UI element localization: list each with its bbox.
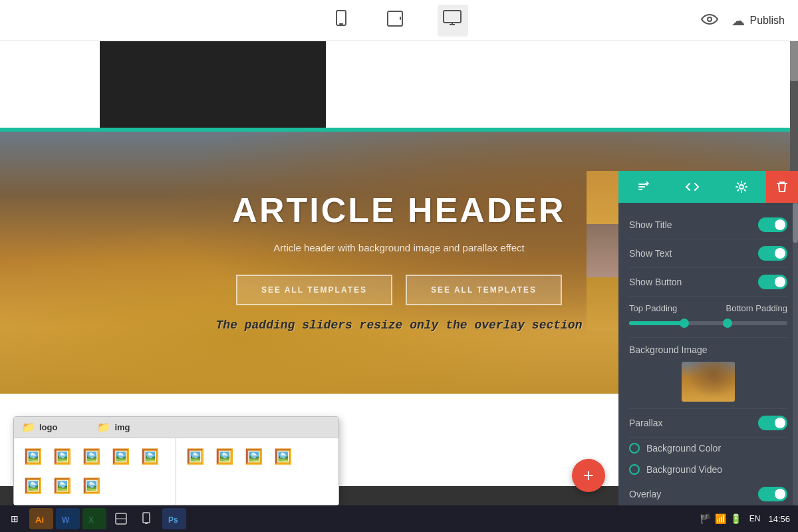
cloud-icon: ☁ [732,13,745,29]
fm-file-1[interactable]: 🖼️ [19,444,46,470]
side-thumbnails [587,171,618,331]
main-area: ARTICLE HEADER Article header with backg… [0,41,798,532]
fm-file-3[interactable]: 🖼️ [78,444,104,470]
svg-rect-3 [400,17,401,20]
template-btn-2[interactable]: SEE ALL TEMPLATES [406,275,562,305]
publish-label: Publish [750,15,785,27]
device-icons [330,5,468,37]
desktop-icon[interactable] [438,5,468,37]
fm-icons-grid-img: 🖼️ 🖼️ 🖼️ 🖼️ [179,441,336,473]
panel-toolbar [618,171,798,203]
taskbar-items: ⊞ Ai W X Ps [3,508,186,529]
delete-button[interactable] [766,171,798,203]
fm-file-8[interactable]: 🖼️ [78,473,104,499]
bg-video-label: Background Video [646,464,722,475]
slider-thumb-right[interactable] [723,319,732,328]
show-button-label: Show Button [629,277,682,287]
svg-rect-0 [336,11,346,25]
bg-thumb-inner [682,362,735,402]
panel-scrollbar[interactable] [793,203,798,522]
top-white-left [0,41,100,128]
sort-button[interactable] [618,171,668,203]
top-bar: ☁ Publish [0,0,798,41]
settings-button[interactable] [717,171,766,203]
bg-color-radio[interactable] [629,443,640,454]
bg-image-thumbnail[interactable] [682,362,735,402]
overlay-row: Overlay [629,480,787,509]
slider-thumb-left[interactable] [680,319,689,328]
overlay-label: Overlay [629,489,661,499]
bg-video-row[interactable]: Background Video [629,459,787,480]
taskbar-right: 🏴 📶 🔋 EN 14:56 [700,513,795,524]
file-manager: 📁 logo 📁 img 🖼️ 🖼️ 🖼️ 🖼️ 🖼️ 🖼️ 🖼️ 🖼️ [13,416,339,505]
show-text-label: Show Text [629,248,672,259]
taskbar-sys-icons: 🏴 📶 🔋 [700,513,741,524]
svg-text:Ai: Ai [35,515,44,525]
folder-icon-logo: 📁 [22,421,35,434]
mobile-small-icon[interactable] [330,5,355,37]
right-panel: Show Title Show Text Show Button Top Pad… [618,171,798,517]
taskbar-lang: EN [749,514,761,523]
fm-img-1[interactable]: 🖼️ [182,444,208,470]
overlay-toggle[interactable] [758,487,787,501]
folder-logo-label: logo [39,422,57,432]
taskbar-word[interactable]: W [56,508,80,529]
tablet-icon[interactable] [382,5,411,37]
scrollbar-thumb [793,203,798,243]
fm-header: 📁 logo 📁 img [14,417,338,438]
bg-image-section: Background Image [629,338,787,409]
parallax-row: Parallax [629,409,787,438]
svg-rect-4 [444,11,461,23]
top-white-right [326,41,798,128]
bg-image-label: Background Image [629,344,787,355]
publish-button[interactable]: ☁ Publish [732,13,785,29]
show-title-toggle[interactable] [758,217,787,232]
svg-text:W: W [62,515,70,525]
taskbar-clock: 14:56 [768,514,790,524]
svg-text:X: X [88,515,94,525]
taskbar-ps[interactable]: Ps [162,508,186,529]
show-text-row: Show Text [629,239,787,268]
taskbar-ai[interactable]: Ai [29,508,53,529]
side-thumb-3[interactable] [587,277,618,331]
template-buttons: SEE ALL TEMPLATES SEE ALL TEMPLATES [236,275,562,305]
bottom-padding-label: Bottom Padding [726,303,787,313]
fm-img-3[interactable]: 🖼️ [240,444,267,470]
taskbar-start[interactable]: ⊞ [3,508,27,529]
fm-img-2[interactable]: 🖼️ [211,444,237,470]
fm-folder-logo[interactable]: 📁 logo [22,421,57,434]
template-btn-1[interactable]: SEE ALL TEMPLATES [236,275,392,305]
bg-color-row[interactable]: Background Color [629,438,787,459]
fm-icons-grid-logo: 🖼️ 🖼️ 🖼️ 🖼️ 🖼️ 🖼️ 🖼️ 🖼️ [17,441,173,502]
side-thumb-1[interactable] [587,171,618,224]
preview-icon[interactable] [701,12,718,29]
top-black-mid [100,41,326,128]
code-button[interactable] [668,171,717,203]
taskbar-app4[interactable] [109,508,133,529]
fm-file-4[interactable]: 🖼️ [107,444,134,470]
svg-point-7 [708,17,712,21]
fm-img-4[interactable]: 🖼️ [269,444,296,470]
show-text-toggle[interactable] [758,246,787,261]
side-thumb-2[interactable] [587,224,618,277]
fm-file-6[interactable]: 🖼️ [19,473,46,499]
show-button-row: Show Button [629,268,787,297]
show-button-toggle[interactable] [758,275,787,289]
taskbar-app5[interactable] [136,508,160,529]
bg-video-radio[interactable] [629,464,640,475]
parallax-label: Parallax [629,418,663,428]
add-button[interactable]: + [572,459,605,492]
fm-folder-img[interactable]: 📁 img [97,421,130,434]
main-scrollbar-thumb [790,41,798,81]
fm-pane-img: 🖼️ 🖼️ 🖼️ 🖼️ [176,438,338,505]
fm-file-2[interactable]: 🖼️ [49,444,75,470]
show-title-label: Show Title [629,219,672,230]
padding-slider[interactable] [629,321,787,325]
parallax-toggle[interactable] [758,416,787,430]
svg-rect-14 [143,513,150,523]
fm-file-7[interactable]: 🖼️ [49,473,75,499]
taskbar-excel[interactable]: X [82,508,106,529]
article-title: ARTICLE HEADER [232,190,565,230]
fm-file-5[interactable]: 🖼️ [136,444,163,470]
bg-color-label: Background Color [646,443,721,454]
